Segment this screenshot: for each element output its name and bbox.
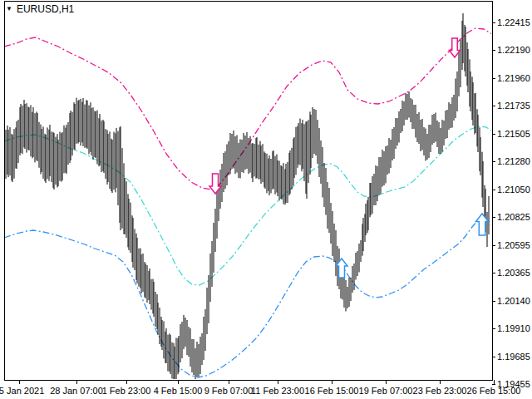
y-axis-label: 1.19910: [497, 323, 530, 333]
y-axis-label: 1.21050: [497, 185, 530, 195]
y-axis-label: 1.20825: [497, 212, 530, 222]
x-axis-label: 1 Feb 23:00: [102, 386, 151, 396]
x-axis-label: 23 Feb 23:00: [413, 386, 467, 396]
symbol-selector[interactable]: ▼ EURUSD,H1: [6, 4, 74, 14]
y-axis-label: 1.21280: [497, 156, 530, 166]
symbol-label-text: EURUSD,H1: [17, 4, 74, 14]
x-axis-label: 26 Feb 15:00: [467, 386, 521, 396]
y-axis-label: 1.21505: [497, 129, 530, 139]
y-axis-label: 1.19685: [497, 352, 530, 362]
chart-window: 1.224151.221901.219601.217351.215051.212…: [0, 0, 532, 399]
chevron-down-icon: ▼: [6, 6, 12, 12]
y-axis-label: 1.21960: [497, 73, 530, 83]
x-axis-label: 16 Feb 15:00: [305, 386, 359, 396]
y-axis-label: 1.22190: [497, 45, 530, 55]
y-axis-label: 1.20595: [497, 240, 530, 250]
x-axis-label: 25 Jan 2021: [0, 386, 44, 396]
x-axis-label: 28 Jan 07:00: [50, 386, 103, 396]
price-chart-canvas[interactable]: 1.224151.221901.219601.217351.215051.212…: [0, 0, 532, 399]
y-axis-label: 1.22415: [497, 17, 530, 27]
x-axis-label: 9 Feb 07:00: [204, 386, 254, 396]
y-axis-label: 1.20365: [497, 268, 530, 278]
plot-frame: [5, 2, 493, 381]
y-axis-label: 1.20140: [497, 296, 530, 306]
y-axis-label: 1.21735: [497, 101, 530, 111]
x-axis-label: 11 Feb 23:00: [251, 386, 304, 396]
x-axis-label: 19 Feb 07:00: [359, 386, 413, 396]
x-axis-label: 4 Feb 15:00: [154, 386, 203, 396]
